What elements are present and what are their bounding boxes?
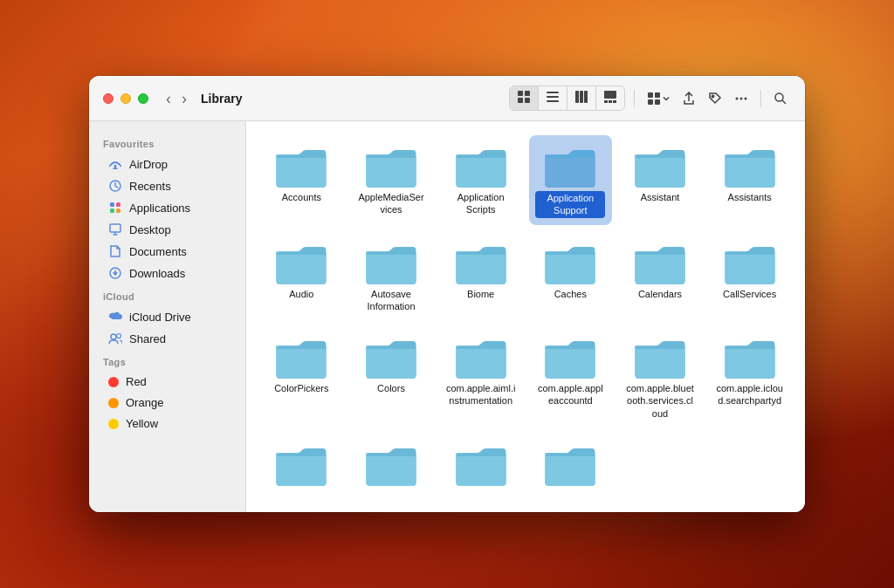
- title-bar: ‹ › Library: [89, 76, 805, 121]
- forward-button[interactable]: ›: [178, 89, 190, 108]
- folder-item[interactable]: Colors: [350, 326, 433, 427]
- folder-icon: [722, 142, 778, 188]
- folder-item[interactable]: Biome: [439, 232, 522, 320]
- folder-item[interactable]: [439, 434, 522, 496]
- sidebar-item-desktop[interactable]: Desktop: [94, 219, 240, 240]
- folder-label: com.apple.appleaccountd: [535, 382, 605, 407]
- sidebar-item-tag-yellow[interactable]: Yellow: [94, 414, 240, 434]
- finder-window: ‹ › Library: [89, 76, 805, 512]
- view-list-button[interactable]: [539, 86, 567, 110]
- folder-icon: [273, 333, 329, 379]
- group-by-button[interactable]: [643, 88, 673, 109]
- svg-rect-5: [547, 96, 559, 98]
- grid-container: Accounts AppleMediaServices Application …: [260, 135, 791, 496]
- folder-icon: [453, 142, 509, 188]
- view-gallery-button[interactable]: [596, 86, 624, 110]
- tag-button[interactable]: [705, 88, 726, 109]
- folder-item[interactable]: [260, 434, 343, 496]
- svg-rect-8: [580, 91, 583, 103]
- svg-point-21: [745, 97, 747, 99]
- folder-item[interactable]: com.apple.bluetooth.services.cloud: [619, 326, 702, 427]
- folder-item[interactable]: AppleMediaServices: [350, 135, 433, 225]
- folder-item[interactable]: Calendars: [619, 232, 702, 320]
- folder-label: Biome: [467, 288, 494, 300]
- recents-label: Recents: [129, 180, 171, 193]
- view-mode-buttons: [509, 85, 625, 111]
- minimize-button[interactable]: [120, 93, 131, 104]
- folder-icon: [542, 142, 598, 188]
- svg-rect-17: [655, 99, 660, 105]
- sidebar: Favourites AirDrop: [89, 121, 246, 512]
- applications-icon: [108, 201, 122, 215]
- folder-item[interactable]: Accounts: [260, 135, 343, 225]
- sidebar-item-tag-red[interactable]: Red: [94, 372, 240, 392]
- svg-rect-12: [609, 100, 612, 103]
- svg-point-22: [775, 93, 783, 101]
- folder-label: Assistant: [641, 191, 680, 203]
- folder-item[interactable]: com.apple.icloud.searchpartyd: [708, 326, 791, 427]
- folder-item[interactable]: com.apple.aiml.instrumentation: [439, 326, 522, 427]
- folder-item[interactable]: Assistant: [619, 135, 702, 225]
- folder-icon: [542, 333, 598, 379]
- svg-rect-14: [648, 92, 653, 98]
- red-tag-dot: [108, 377, 119, 387]
- folder-label: Caches: [554, 288, 587, 300]
- sidebar-item-icloud-drive[interactable]: iCloud Drive: [94, 306, 240, 327]
- folder-item[interactable]: CallServices: [708, 232, 791, 320]
- folder-item[interactable]: Caches: [529, 232, 612, 320]
- more-button[interactable]: [731, 88, 752, 109]
- sidebar-item-applications[interactable]: Applications: [94, 197, 240, 218]
- separator: [634, 90, 635, 107]
- folder-item[interactable]: Application Support: [529, 135, 612, 225]
- svg-rect-10: [604, 91, 616, 99]
- yellow-tag-dot: [108, 419, 119, 429]
- back-button[interactable]: ‹: [162, 89, 175, 108]
- view-grid-button[interactable]: [510, 86, 539, 110]
- icloud-label: iCloud: [89, 284, 245, 305]
- folder-item[interactable]: [529, 434, 612, 496]
- svg-rect-7: [575, 91, 579, 103]
- folder-label: Application Scripts: [446, 191, 516, 216]
- svg-rect-11: [604, 100, 608, 103]
- shared-label: Shared: [129, 332, 166, 345]
- folder-item[interactable]: com.apple.appleaccountd: [529, 326, 612, 427]
- sidebar-item-shared[interactable]: Shared: [94, 328, 240, 349]
- sidebar-item-documents[interactable]: Documents: [94, 241, 240, 262]
- view-columns-button[interactable]: [567, 86, 596, 110]
- folder-label: Autosave Information: [356, 288, 426, 313]
- svg-rect-15: [655, 92, 660, 98]
- share-button[interactable]: [678, 88, 699, 109]
- yellow-tag-label: Yellow: [126, 417, 158, 430]
- folder-icon: [273, 142, 329, 188]
- close-button[interactable]: [103, 93, 113, 104]
- folder-item[interactable]: Assistants: [708, 135, 791, 225]
- nav-buttons: ‹ ›: [162, 89, 190, 108]
- folder-item[interactable]: Application Scripts: [439, 135, 522, 225]
- folder-label: CallServices: [723, 288, 776, 300]
- sidebar-item-tag-orange[interactable]: Orange: [94, 393, 240, 413]
- sidebar-item-airdrop[interactable]: AirDrop: [94, 154, 240, 174]
- toolbar-right: [509, 85, 791, 111]
- red-tag-label: Red: [126, 375, 147, 388]
- tags-label: Tags: [89, 350, 245, 371]
- search-button[interactable]: [770, 88, 791, 109]
- airdrop-icon: [108, 157, 122, 171]
- folder-icon: [453, 333, 509, 379]
- applications-label: Applications: [129, 202, 190, 215]
- folder-item[interactable]: Audio: [260, 232, 343, 320]
- documents-icon: [108, 244, 122, 258]
- svg-point-32: [117, 334, 121, 338]
- folder-item[interactable]: [350, 434, 433, 496]
- svg-rect-29: [110, 224, 120, 232]
- folder-item[interactable]: ColorPickers: [260, 326, 343, 427]
- folder-label: Accounts: [282, 191, 321, 203]
- sidebar-item-downloads[interactable]: Downloads: [94, 263, 240, 284]
- folder-icon: [632, 333, 688, 379]
- folder-item[interactable]: Autosave Information: [350, 232, 433, 320]
- svg-rect-16: [648, 99, 653, 105]
- svg-rect-6: [547, 100, 559, 102]
- maximize-button[interactable]: [138, 93, 148, 104]
- sidebar-item-recents[interactable]: Recents: [94, 175, 240, 196]
- folder-icon: [722, 239, 778, 284]
- svg-rect-4: [547, 92, 559, 93]
